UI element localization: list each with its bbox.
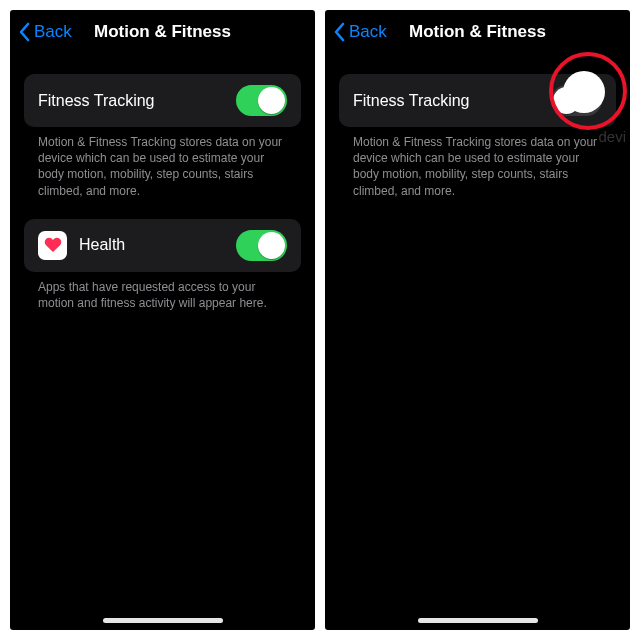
footer-apps: Apps that have requested access to your … (24, 272, 301, 311)
group-fitness-tracking: Fitness Tracking (24, 74, 301, 127)
row-label: Fitness Tracking (353, 92, 469, 110)
home-indicator[interactable] (418, 618, 538, 623)
footer-fitness-tracking: Motion & Fitness Tracking stores data on… (339, 127, 616, 199)
watermark-text: devi (598, 128, 626, 145)
page-title: Motion & Fitness (409, 22, 546, 42)
chevron-left-icon (333, 22, 345, 42)
toggle-fitness-tracking[interactable] (236, 85, 287, 116)
home-indicator[interactable] (103, 618, 223, 623)
health-app-icon (38, 231, 67, 260)
row-label: Fitness Tracking (38, 92, 154, 110)
toggle-health[interactable] (236, 230, 287, 261)
annotation-knob (563, 71, 605, 113)
row-fitness-tracking[interactable]: Fitness Tracking (24, 74, 301, 127)
chevron-left-icon (18, 22, 30, 42)
back-button[interactable]: Back (333, 10, 387, 54)
group-apps: Health (24, 219, 301, 272)
screenshot-pair: Back Motion & Fitness Fitness Tracking M… (0, 0, 640, 640)
row-health[interactable]: Health (24, 219, 301, 272)
row-left: Health (38, 231, 125, 260)
phone-right: Back Motion & Fitness Fitness Tracking M… (325, 10, 630, 630)
nav-bar: Back Motion & Fitness (10, 10, 315, 54)
toggle-knob (258, 232, 285, 259)
phone-left: Back Motion & Fitness Fitness Tracking M… (10, 10, 315, 630)
row-label: Health (79, 236, 125, 254)
back-label: Back (349, 22, 387, 42)
back-label: Back (34, 22, 72, 42)
back-button[interactable]: Back (18, 10, 72, 54)
footer-fitness-tracking: Motion & Fitness Tracking stores data on… (24, 127, 301, 199)
page-title: Motion & Fitness (94, 22, 231, 42)
settings-content: Fitness Tracking Motion & Fitness Tracki… (10, 54, 315, 311)
nav-bar: Back Motion & Fitness (325, 10, 630, 54)
toggle-knob (258, 87, 285, 114)
